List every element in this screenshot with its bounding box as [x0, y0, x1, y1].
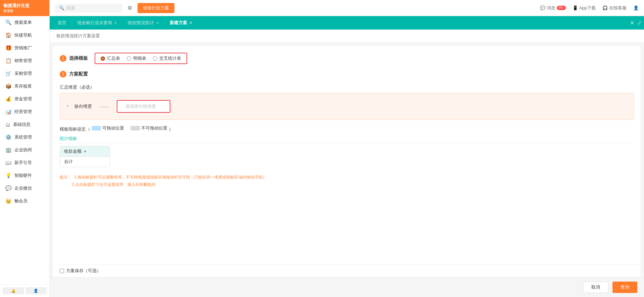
notification-button[interactable]: 💬 消息 99+	[540, 5, 566, 11]
topbar: 🔍 搜索 ⚙ 体验行业方案 💬 消息 99+ 📱 App下载 🎧 在线客服 👤	[50, 0, 644, 16]
download-button[interactable]: 📱 App下载	[573, 5, 596, 11]
save-label: 方案保存（可选）	[66, 268, 101, 274]
cancel-button[interactable]: 取消	[583, 282, 608, 293]
gear-icon: ⚙️	[5, 134, 12, 140]
close-window-icon[interactable]: ✕	[630, 20, 634, 26]
radio-summary[interactable]: 汇总表	[101, 55, 120, 61]
clipboard-icon: 📋	[5, 58, 12, 64]
sidebar-label-sales: 销售管理	[14, 58, 32, 64]
sidebar-logo: 畅捷通好生意 标准版	[0, 0, 49, 16]
tab-home[interactable]: 首页	[52, 16, 72, 30]
sidebar-label-operations: 经营管理	[14, 109, 32, 115]
column-dropdown-icon[interactable]: ▾	[84, 149, 86, 154]
sidebar-item-weixin[interactable]: 💬 企业微信	[0, 182, 49, 195]
tab-home-label: 首页	[58, 20, 66, 26]
dim-selector[interactable]: 请选择分组维度	[117, 100, 170, 113]
dimension-section-label: 汇总维度（必选）	[60, 84, 634, 90]
radio-detail[interactable]: 明细表	[127, 55, 146, 61]
topbar-search-box[interactable]: 🔍 搜索	[55, 4, 122, 12]
sidebar-item-marketing[interactable]: 🎁 营销推广	[0, 42, 49, 54]
support-icon: 🎧	[602, 5, 608, 10]
sidebar-item-hardware[interactable]: 💡 智能硬件	[0, 169, 49, 182]
radio-cross-input[interactable]	[153, 56, 157, 61]
sidebar-item-corp[interactable]: 🏢 企业协同	[0, 144, 49, 156]
sidebar-item-quicknav[interactable]: 🏠 快捷导航	[0, 29, 49, 42]
tab-newplan-label: 新建方案	[170, 20, 187, 26]
chart-icon: 📊	[5, 109, 12, 115]
required-star: *	[67, 104, 68, 109]
sidebar-item-inventory[interactable]: 📦 库存核算	[0, 80, 49, 93]
radio-detail-input[interactable]	[127, 56, 131, 61]
settings-icon[interactable]: ⚙	[125, 3, 135, 12]
sidebar-label-corp: 企业协同	[14, 147, 32, 153]
navtabs-right-controls: ✕ ⤢	[630, 20, 641, 26]
sidebar-item-finance[interactable]: 💰 资金管理	[0, 93, 49, 105]
search-icon: 🔍	[5, 19, 12, 26]
query-button[interactable]: 查询	[612, 282, 637, 293]
book-icon: 📖	[5, 160, 12, 166]
sidebar-label-quicknav: 快捷导航	[14, 32, 32, 38]
support-button[interactable]: 🎧 在线客服	[602, 5, 627, 11]
logo-badge: 标准版	[3, 9, 30, 13]
step1-row: 1 选择模板 汇总表 明细表 交叉统计表	[60, 53, 634, 64]
stats-total-row: 合计	[60, 157, 110, 167]
tab-stats[interactable]: 收款情况统计 ✕	[122, 16, 164, 30]
sidebar-label-finance: 资金管理	[14, 96, 32, 102]
radio-cross[interactable]: 交叉统计表	[153, 55, 181, 61]
sidebar-item-search[interactable]: 🔍 搜索菜单	[0, 16, 49, 29]
trial-button[interactable]: 体验行业方案	[138, 3, 174, 13]
chat-icon: 💬	[5, 185, 12, 191]
save-checkbox[interactable]	[60, 269, 64, 273]
sidebar-item-operations[interactable]: 📊 经营管理	[0, 105, 49, 118]
stats-table: 收款金额 ▾ 合计	[60, 146, 110, 167]
home-icon: 🏠	[5, 32, 12, 38]
crown-icon: 👑	[5, 198, 12, 204]
stats-table-header[interactable]: 收款金额 ▾	[60, 146, 110, 157]
sidebar-item-system[interactable]: ⚙️ 系统管理	[0, 131, 49, 144]
maximize-icon[interactable]: ⤢	[637, 20, 641, 26]
step2-label: 方案配置	[69, 71, 88, 77]
sidebar-item-member[interactable]: 👑 畅会员	[0, 195, 49, 207]
sidebar-bottom-btn2[interactable]: 👤	[25, 287, 47, 294]
vertical-dim-label: 纵向维度	[74, 103, 92, 109]
download-label: App下载	[579, 5, 596, 11]
notification-label: 消息	[547, 5, 555, 11]
radio-cross-label: 交叉统计表	[159, 55, 181, 61]
step1-badge: 1	[60, 55, 66, 62]
sidebar-item-guide[interactable]: 📖 新手引导	[0, 156, 49, 169]
tab-newplan[interactable]: 新建方案 ✕	[164, 16, 198, 30]
tab-stats-close[interactable]: ✕	[156, 21, 159, 25]
box-icon: 📦	[5, 83, 12, 89]
sidebar-bottom-btn1[interactable]: 🔔	[3, 287, 24, 294]
support-label: 在线客服	[609, 5, 627, 11]
draggable-indicator	[92, 126, 101, 131]
tab-bank[interactable]: 现金银行流水查询 ✕	[72, 16, 122, 30]
search-placeholder-text: 搜索	[66, 5, 75, 11]
radio-summary-input[interactable]	[101, 56, 105, 61]
sidebar-item-sales[interactable]: 📋 销售管理	[0, 54, 49, 67]
notification-icon: 💬	[540, 5, 545, 10]
tab-newplan-close[interactable]: ✕	[189, 21, 192, 25]
tab-bank-close[interactable]: ✕	[114, 21, 117, 25]
template-options: 汇总表 明细表 交叉统计表	[95, 53, 187, 64]
step2-badge: 2	[60, 71, 66, 78]
user-avatar[interactable]: 👤	[633, 5, 639, 10]
content-area: 收款情况统计方案设置 1 选择模板 汇总表 明细表	[50, 30, 644, 297]
nondraggable-indicator	[130, 126, 140, 131]
sidebar-item-basics[interactable]: 🗂 基础信息	[0, 118, 49, 131]
stats-section-label: 统计指标	[60, 136, 634, 143]
sidebar-label-guide: 新手引导	[14, 160, 32, 166]
radio-summary-label: 汇总表	[107, 55, 120, 61]
sidebar-label-inventory: 库存核算	[14, 83, 32, 89]
step1-label: 选择模板	[69, 55, 88, 61]
sidebar-item-purchase[interactable]: 🛒 采购管理	[0, 67, 49, 80]
money-icon: 💰	[5, 96, 12, 102]
cart-icon: 🛒	[5, 70, 12, 77]
sidebar-label-basics: 基础信息	[13, 121, 31, 128]
sidebar-label-search: 搜索菜单	[14, 19, 32, 26]
gift-icon: 🎁	[5, 45, 12, 51]
navtabs: 首页 现金银行流水查询 ✕ 收款情况统计 ✕ 新建方案 ✕ ✕ ⤢	[50, 16, 644, 30]
dim-arrow: ——	[100, 104, 109, 109]
dimension-row: * 纵向维度 —— 请选择分组维度	[67, 100, 627, 113]
sidebar-label-weixin: 企业微信	[14, 185, 32, 191]
